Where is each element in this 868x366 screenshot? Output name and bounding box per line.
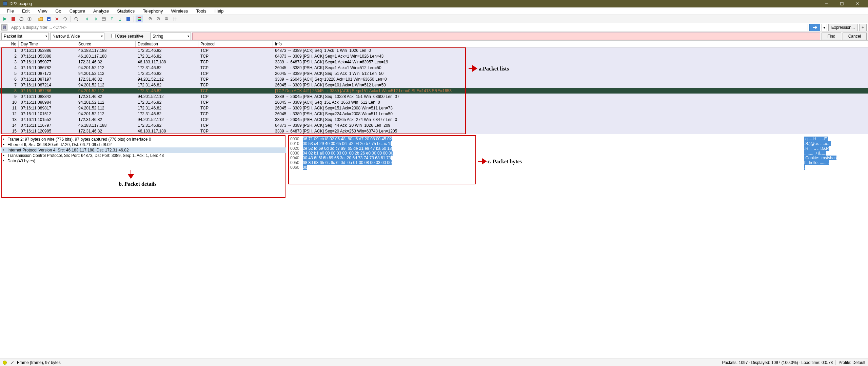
toolbar-sep	[134, 16, 134, 22]
menu-telephony[interactable]: Telephony	[139, 8, 167, 14]
go-forward-icon[interactable]	[92, 16, 99, 22]
packet-row[interactable]: 1307:16:11.101552172.31.46.8294.201.52.1…	[0, 117, 868, 122]
detail-tree-row[interactable]: Data (43 bytes)	[1, 158, 286, 164]
col-info[interactable]: Info	[273, 41, 868, 47]
zoom-reset-icon[interactable]: 1	[163, 16, 171, 22]
svg-point-12	[75, 17, 77, 20]
app-icon	[3, 1, 7, 6]
minimize-button[interactable]	[818, 0, 834, 7]
filter-bar: ▾ Expression... +	[0, 23, 868, 32]
menu-file[interactable]: File	[3, 8, 18, 14]
packet-row[interactable]: 507:16:11.08717294.201.52.112172.31.46.8…	[0, 70, 868, 76]
go-last-icon[interactable]	[116, 16, 124, 22]
packet-row[interactable]: 707:16:11.08721494.201.52.112172.31.46.8…	[0, 82, 868, 88]
svg-rect-19	[138, 20, 141, 21]
titlebar: DP2.pcapng	[0, 0, 868, 7]
bookmark-icon[interactable]	[1, 24, 7, 30]
detail-tree-row[interactable]: Internet Protocol Version 4, Src: 46.183…	[1, 147, 286, 153]
hex-offset-column: 0000001000200030004000500060	[290, 137, 303, 219]
go-back-icon[interactable]	[84, 16, 91, 22]
zoom-out-icon[interactable]	[155, 16, 162, 22]
menu-wireless[interactable]: Wireless	[167, 8, 192, 14]
packet-row[interactable]: 1207:16:11.10151294.201.52.112172.31.46.…	[0, 111, 868, 117]
expert-info-icon[interactable]	[3, 361, 7, 365]
search-type-dropdown[interactable]: String	[150, 33, 191, 40]
save-file-icon[interactable]	[45, 16, 53, 22]
hex-data-column: 06 71 09 cb f8 02 06 48 80 e6 d7 20 08 0…	[303, 137, 804, 219]
detail-tree-row[interactable]: Frame 2: 97 bytes on wire (776 bits), 97…	[1, 137, 286, 142]
col-no[interactable]: No	[0, 41, 19, 47]
packet-row[interactable]: 407:16:11.08678294.201.52.112172.31.46.8…	[0, 65, 868, 70]
menu-view[interactable]: View	[34, 8, 51, 14]
packet-bytes[interactable]: 0000001000200030004000500060 06 71 09 cb…	[288, 135, 868, 220]
packet-row[interactable]: 307:16:11.059077172.31.46.8246.183.117.1…	[0, 59, 868, 65]
search-charset-dropdown[interactable]: Narrow & Wide	[50, 33, 104, 40]
packet-list[interactable]: 107:16:11.05388646.183.117.188172.31.46.…	[0, 47, 868, 135]
toolbar-sep	[71, 16, 71, 22]
start-capture-icon[interactable]	[1, 16, 9, 22]
colorize-icon[interactable]	[136, 16, 143, 22]
case-sensitive-checkbox[interactable]: Case sensitive	[106, 34, 149, 39]
zoom-in-icon[interactable]	[147, 16, 154, 22]
go-first-icon[interactable]	[108, 16, 116, 22]
find-button[interactable]: Find	[822, 33, 841, 40]
search-scope-dropdown[interactable]: Packet list	[1, 33, 49, 40]
svg-point-7	[29, 18, 30, 20]
svg-text:1: 1	[166, 18, 167, 20]
status-profile[interactable]: Profile: Default	[835, 360, 865, 365]
packet-row[interactable]: 1007:16:11.08898494.201.52.112172.31.46.…	[0, 99, 868, 105]
find-packet-icon[interactable]	[73, 16, 80, 22]
menu-analyze[interactable]: Analyze	[89, 8, 113, 14]
svg-rect-9	[48, 19, 50, 20]
packet-row[interactable]: 607:16:11.087197172.31.46.8294.201.52.11…	[0, 76, 868, 82]
toolbar-sep	[82, 16, 82, 22]
auto-scroll-icon[interactable]	[124, 16, 132, 22]
col-time[interactable]: Day Time	[19, 41, 76, 47]
col-destination[interactable]: Destination	[136, 41, 198, 47]
apply-filter-button[interactable]	[809, 24, 820, 31]
menu-go[interactable]: Go	[51, 8, 65, 14]
reload-icon[interactable]	[61, 16, 69, 22]
detail-tree-row[interactable]: Ethernet II, Src: 06:48:80:e6:d7:20, Dst…	[1, 142, 286, 147]
search-bar: Packet list Narrow & Wide Case sensitive…	[0, 32, 868, 41]
packet-row[interactable]: 107:16:11.05388646.183.117.188172.31.46.…	[0, 47, 868, 53]
go-to-packet-icon[interactable]	[100, 16, 107, 22]
mid-panel: Frame 2: 97 bytes on wire (776 bits), 97…	[0, 135, 868, 220]
edit-icon[interactable]	[9, 360, 14, 365]
stop-capture-icon[interactable]	[9, 16, 17, 22]
expression-button[interactable]: Expression...	[828, 24, 858, 31]
toolbar: 1	[0, 15, 868, 23]
menu-tools[interactable]: Tools	[192, 8, 210, 14]
maximize-button[interactable]	[834, 0, 850, 7]
packet-row[interactable]: 1507:16:11.120985172.31.46.8246.183.117.…	[0, 128, 868, 134]
status-left-text: Frame (frame), 97 bytes	[17, 360, 61, 365]
search-input[interactable]	[192, 33, 820, 40]
apply-filter-dropdown[interactable]: ▾	[822, 24, 827, 31]
close-file-icon[interactable]	[53, 16, 61, 22]
detail-tree-row[interactable]: Transmission Control Protocol, Src Port:…	[1, 153, 286, 158]
menu-help[interactable]: Help	[211, 8, 228, 14]
svg-rect-16	[126, 17, 130, 21]
packet-row[interactable]: 1407:16:11.11679746.183.117.188172.31.46…	[0, 122, 868, 128]
add-filter-button[interactable]: +	[859, 24, 867, 31]
packet-row[interactable]: 907:16:11.088342172.31.46.8294.201.52.11…	[0, 94, 868, 99]
packet-row[interactable]: 1107:16:11.08981794.201.52.112172.31.46.…	[0, 105, 868, 111]
col-source[interactable]: Source	[76, 41, 136, 47]
resize-columns-icon[interactable]	[171, 16, 179, 22]
svg-rect-0	[3, 2, 7, 5]
packet-details[interactable]: Frame 2: 97 bytes on wire (776 bits), 97…	[0, 135, 288, 220]
menu-edit[interactable]: Edit	[18, 8, 34, 14]
menu-statistics[interactable]: Statistics	[113, 8, 139, 14]
svg-rect-2	[841, 2, 843, 5]
packet-list-header: No Day Time Source Destination Protocol …	[0, 41, 868, 47]
packet-row[interactable]: 807:16:11.08728694.201.52.112172.31.46.8…	[0, 88, 868, 94]
menu-capture[interactable]: Capture	[65, 8, 89, 14]
close-button[interactable]	[850, 0, 865, 7]
open-file-icon[interactable]	[37, 16, 44, 22]
packet-row[interactable]: 207:16:11.05388646.183.117.188172.31.46.…	[0, 53, 868, 59]
cancel-button[interactable]: Cancel	[843, 33, 867, 40]
display-filter-input[interactable]	[9, 24, 808, 31]
restart-capture-icon[interactable]	[18, 16, 25, 22]
col-protocol[interactable]: Protocol	[198, 41, 273, 47]
capture-options-icon[interactable]	[26, 16, 33, 22]
